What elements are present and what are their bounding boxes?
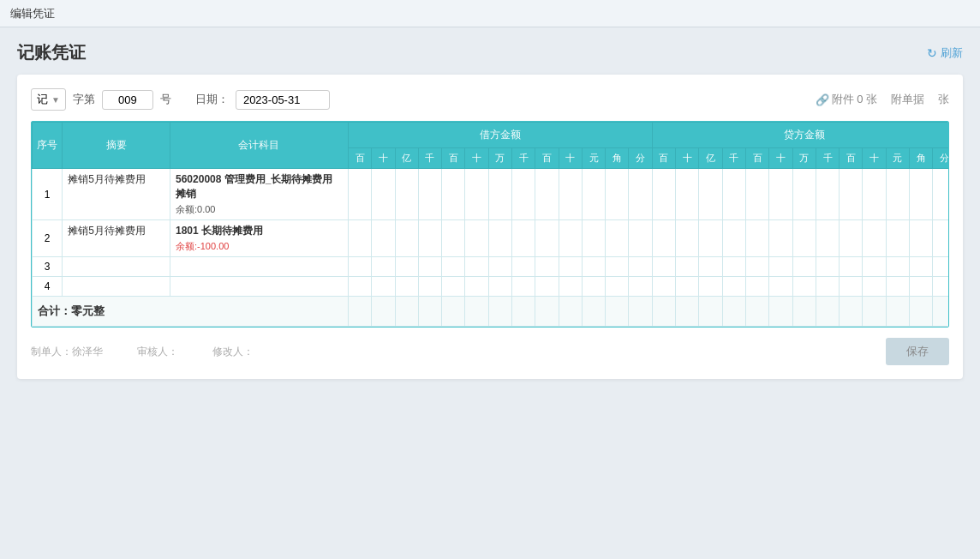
row-account-2[interactable]: 1801 长期待摊费用余额:-100.00 <box>170 220 349 257</box>
debit-digit-r2-c12[interactable] <box>606 220 629 257</box>
credit-digit-r3-c6[interactable] <box>769 257 792 277</box>
credit-digit-r4-c1[interactable] <box>652 277 675 297</box>
credit-digit-r3-c4[interactable] <box>722 257 745 277</box>
row-summary-2[interactable]: 摊销5月待摊费用 <box>63 220 170 257</box>
credit-digit-r1-c9[interactable] <box>840 169 863 220</box>
credit-digit-r3-c1[interactable] <box>652 257 675 277</box>
credit-digit-r3-c2[interactable] <box>676 257 699 277</box>
credit-digit-r4-c2[interactable] <box>676 277 699 297</box>
row-account-1[interactable]: 56020008 管理费用_长期待摊费用摊销余额:0.00 <box>170 169 349 220</box>
debit-digit-r1-c10[interactable] <box>559 169 582 220</box>
debit-digit-r3-c6[interactable] <box>465 257 488 277</box>
credit-digit-r2-c6[interactable] <box>769 220 792 257</box>
save-button[interactable]: 保存 <box>886 338 949 365</box>
debit-digit-r4-c3[interactable] <box>395 277 418 297</box>
credit-digit-r2-c9[interactable] <box>840 220 863 257</box>
debit-digit-r2-c6[interactable] <box>465 220 488 257</box>
debit-digit-r1-c6[interactable] <box>465 169 488 220</box>
credit-digit-r2-c11[interactable] <box>886 220 909 257</box>
debit-digit-r3-c2[interactable] <box>372 257 395 277</box>
credit-digit-r3-c7[interactable] <box>792 257 816 277</box>
credit-digit-r3-c11[interactable] <box>886 257 909 277</box>
credit-digit-r1-c6[interactable] <box>769 169 792 220</box>
credit-digit-r4-c10[interactable] <box>863 277 886 297</box>
debit-digit-r1-c1[interactable] <box>348 169 371 220</box>
credit-digit-r4-c9[interactable] <box>840 277 863 297</box>
debit-digit-r2-c2[interactable] <box>372 220 395 257</box>
debit-digit-r2-c8[interactable] <box>512 220 535 257</box>
credit-digit-r3-c12[interactable] <box>910 257 933 277</box>
debit-digit-r1-c4[interactable] <box>418 169 441 220</box>
debit-digit-r1-c12[interactable] <box>606 169 629 220</box>
credit-digit-r4-c5[interactable] <box>745 277 768 297</box>
credit-digit-r2-c3[interactable] <box>699 220 722 257</box>
credit-digit-r2-c4[interactable] <box>722 220 745 257</box>
debit-digit-r3-c11[interactable] <box>582 257 605 277</box>
credit-digit-r2-c12[interactable] <box>910 220 933 257</box>
debit-digit-r2-c7[interactable] <box>488 220 511 257</box>
credit-digit-r2-c13[interactable] <box>933 220 949 257</box>
credit-digit-r4-c13[interactable] <box>933 277 949 297</box>
debit-digit-r3-c8[interactable] <box>512 257 535 277</box>
debit-digit-r2-c4[interactable] <box>418 220 441 257</box>
debit-digit-r4-c7[interactable] <box>488 277 511 297</box>
debit-digit-r2-c9[interactable] <box>535 220 559 257</box>
debit-digit-r1-c5[interactable] <box>442 169 465 220</box>
debit-digit-r2-c13[interactable] <box>629 220 652 257</box>
credit-digit-r1-c12[interactable] <box>910 169 933 220</box>
debit-digit-r4-c5[interactable] <box>442 277 465 297</box>
row-summary-3[interactable] <box>63 257 170 277</box>
credit-digit-r3-c3[interactable] <box>699 257 722 277</box>
zi-input[interactable] <box>102 90 153 110</box>
credit-digit-r1-c1[interactable] <box>652 169 675 220</box>
debit-digit-r4-c12[interactable] <box>606 277 629 297</box>
credit-digit-r4-c12[interactable] <box>910 277 933 297</box>
debit-digit-r2-c10[interactable] <box>559 220 582 257</box>
debit-digit-r3-c4[interactable] <box>418 257 441 277</box>
credit-digit-r3-c10[interactable] <box>863 257 886 277</box>
credit-digit-r4-c8[interactable] <box>816 277 839 297</box>
debit-digit-r4-c1[interactable] <box>348 277 371 297</box>
credit-digit-r4-c6[interactable] <box>769 277 792 297</box>
row-summary-1[interactable]: 摊销5月待摊费用 <box>63 169 170 220</box>
debit-digit-r2-c5[interactable] <box>442 220 465 257</box>
attach-single-label[interactable]: 附单据 <box>891 92 924 107</box>
credit-digit-r3-c9[interactable] <box>840 257 863 277</box>
debit-digit-r1-c7[interactable] <box>488 169 511 220</box>
credit-digit-r2-c5[interactable] <box>745 220 768 257</box>
debit-digit-r3-c7[interactable] <box>488 257 511 277</box>
credit-digit-r4-c11[interactable] <box>886 277 909 297</box>
debit-digit-r4-c8[interactable] <box>512 277 535 297</box>
debit-digit-r2-c1[interactable] <box>348 220 371 257</box>
credit-digit-r1-c7[interactable] <box>792 169 816 220</box>
debit-digit-r3-c13[interactable] <box>629 257 652 277</box>
date-input[interactable] <box>236 90 330 110</box>
credit-digit-r3-c13[interactable] <box>933 257 949 277</box>
debit-digit-r4-c13[interactable] <box>629 277 652 297</box>
debit-digit-r4-c10[interactable] <box>559 277 582 297</box>
debit-digit-r3-c9[interactable] <box>535 257 559 277</box>
credit-digit-r2-c1[interactable] <box>652 220 675 257</box>
debit-digit-r1-c11[interactable] <box>582 169 605 220</box>
debit-digit-r1-c9[interactable] <box>535 169 559 220</box>
attach-link[interactable]: 🔗 附件 0 张 <box>816 92 877 107</box>
debit-digit-r3-c1[interactable] <box>348 257 371 277</box>
row-account-4[interactable] <box>170 277 349 297</box>
credit-digit-r3-c8[interactable] <box>816 257 839 277</box>
debit-digit-r3-c3[interactable] <box>395 257 418 277</box>
ji-select[interactable]: 记 ▼ <box>31 88 66 111</box>
debit-digit-r3-c10[interactable] <box>559 257 582 277</box>
debit-digit-r4-c6[interactable] <box>465 277 488 297</box>
debit-digit-r4-c4[interactable] <box>418 277 441 297</box>
credit-digit-r1-c10[interactable] <box>863 169 886 220</box>
debit-digit-r1-c2[interactable] <box>372 169 395 220</box>
credit-digit-r4-c7[interactable] <box>792 277 816 297</box>
row-summary-4[interactable] <box>63 277 170 297</box>
credit-digit-r2-c2[interactable] <box>676 220 699 257</box>
credit-digit-r2-c10[interactable] <box>863 220 886 257</box>
debit-digit-r4-c11[interactable] <box>582 277 605 297</box>
refresh-button[interactable]: ↻ 刷新 <box>927 45 963 61</box>
credit-digit-r1-c4[interactable] <box>722 169 745 220</box>
row-account-3[interactable] <box>170 257 349 277</box>
debit-digit-r4-c2[interactable] <box>372 277 395 297</box>
